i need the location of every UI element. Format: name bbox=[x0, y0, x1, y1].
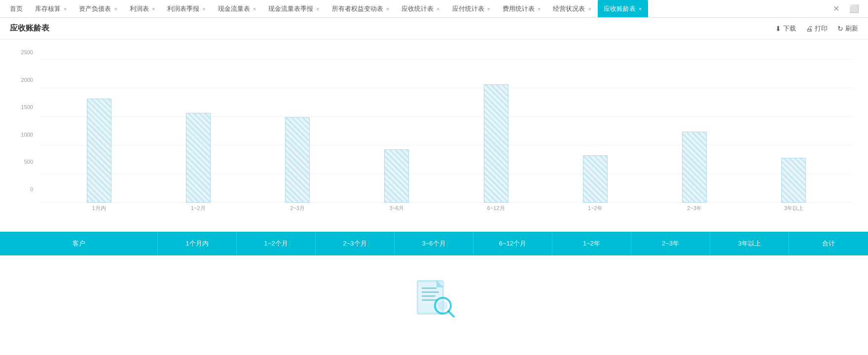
print-icon: 🖨 bbox=[806, 25, 813, 33]
tab-close-receivable-stat[interactable]: × bbox=[436, 6, 439, 12]
tab-item-balance[interactable]: 资产负债表× bbox=[73, 0, 123, 18]
table-header-cell: 客户 bbox=[0, 232, 158, 255]
table-header-cell: 3年以上 bbox=[710, 232, 789, 255]
y-axis-label: 2500 bbox=[21, 49, 33, 55]
refresh-icon: ↻ bbox=[837, 25, 843, 33]
tab-bar: 首页库存核算×资产负债表×利润表×利润表季报×现金流量表×现金流量表季报×所有者… bbox=[0, 0, 868, 18]
y-axis-label: 0 bbox=[30, 186, 33, 192]
y-axis-label: 2000 bbox=[21, 77, 33, 83]
svg-rect-3 bbox=[422, 291, 439, 293]
y-axis-label: 500 bbox=[24, 159, 33, 165]
tab-item-cashflow-quarter[interactable]: 现金流量表季报× bbox=[262, 0, 326, 18]
page-header: 应收账龄表 ⬇ 下载 🖨 打印 ↻ 刷新 bbox=[0, 18, 868, 39]
main-content: 25002000150010005000 1月内1~2月2~3月3~6月6~12… bbox=[0, 39, 868, 355]
download-icon: ⬇ bbox=[775, 25, 781, 33]
refresh-button[interactable]: ↻ 刷新 bbox=[837, 24, 858, 33]
table-header-cell: 3~6个月 bbox=[395, 232, 473, 255]
bar-chart: 25002000150010005000 1月内1~2月2~3月3~6月6~12… bbox=[15, 49, 853, 212]
bar-group bbox=[285, 117, 310, 203]
download-button[interactable]: ⬇ 下载 bbox=[775, 24, 796, 33]
table-header-cell: 2~3个月 bbox=[316, 232, 395, 255]
tab-close-profit-quarter[interactable]: × bbox=[202, 6, 205, 12]
y-axis-label: 1500 bbox=[21, 104, 33, 110]
table-header-cell: 1~2个月 bbox=[237, 232, 316, 255]
svg-point-8 bbox=[438, 301, 448, 311]
tab-close-balance[interactable]: × bbox=[114, 6, 117, 12]
bars-container bbox=[39, 59, 853, 203]
bar-group bbox=[781, 158, 806, 203]
x-axis-label: 1~2年 bbox=[580, 205, 610, 212]
bar bbox=[682, 132, 707, 203]
svg-rect-4 bbox=[422, 295, 435, 297]
bar bbox=[781, 158, 806, 203]
bar-group bbox=[87, 99, 111, 203]
x-axis-label: 1月内 bbox=[84, 205, 114, 212]
tab-item-profit-quarter[interactable]: 利润表季报× bbox=[161, 0, 212, 18]
table-header-cell: 1~2年 bbox=[552, 232, 631, 255]
bar-group bbox=[186, 113, 211, 203]
tab-item-expense-stat[interactable]: 费用统计表× bbox=[497, 0, 547, 18]
table-header-cell: 2~3年 bbox=[631, 232, 710, 255]
chart-x-labels: 1月内1~2月2~3月3~6月6~12月1~2年2~3年3年以上 bbox=[39, 203, 853, 212]
tab-item-receivable-stat[interactable]: 应收统计表× bbox=[396, 0, 446, 18]
tab-close-cashflow[interactable]: × bbox=[253, 6, 256, 12]
tab-close-profit[interactable]: × bbox=[152, 6, 155, 12]
tab-close-ar-aging[interactable]: × bbox=[639, 6, 642, 12]
tab-item-profit[interactable]: 利润表× bbox=[124, 0, 161, 18]
tab-item-payable-stat[interactable]: 应付统计表× bbox=[446, 0, 497, 18]
bar bbox=[484, 84, 508, 203]
tab-close-equity[interactable]: × bbox=[386, 6, 389, 12]
x-axis-label: 2~3月 bbox=[283, 205, 312, 212]
bar bbox=[384, 149, 409, 203]
bar bbox=[285, 117, 310, 203]
chart-grid bbox=[39, 59, 853, 203]
y-axis-label: 1000 bbox=[21, 132, 33, 138]
bar-group bbox=[484, 84, 508, 203]
table-header-cell: 1个月内 bbox=[158, 232, 237, 255]
bar-group bbox=[682, 132, 707, 203]
header-actions: ⬇ 下载 🖨 打印 ↻ 刷新 bbox=[775, 24, 858, 33]
table-header-cell: 6~12个月 bbox=[473, 232, 552, 255]
bar bbox=[186, 113, 211, 203]
tab-item-equity[interactable]: 所有者权益变动表× bbox=[326, 0, 396, 18]
tab-item-cashflow[interactable]: 现金流量表× bbox=[212, 0, 262, 18]
bar-group bbox=[583, 155, 608, 203]
svg-line-9 bbox=[448, 311, 454, 317]
tab-close-inventory[interactable]: × bbox=[64, 6, 67, 12]
svg-rect-5 bbox=[422, 299, 437, 301]
tab-close-payable-stat[interactable]: × bbox=[487, 6, 490, 12]
table-header: 客户1个月内1~2个月2~3个月3~6个月6~12个月1~2年2~3年3年以上合… bbox=[0, 232, 868, 255]
tab-bar-actions: ✕ ⬜ bbox=[830, 3, 864, 14]
empty-icon bbox=[409, 275, 459, 324]
x-axis-label: 1~2月 bbox=[183, 205, 213, 212]
chart-area: 25002000150010005000 1月内1~2月2~3月3~6月6~12… bbox=[0, 39, 868, 232]
tab-item-inventory[interactable]: 库存核算× bbox=[29, 0, 73, 18]
print-button[interactable]: 🖨 打印 bbox=[806, 24, 828, 33]
tab-close-operation[interactable]: × bbox=[588, 6, 591, 12]
maximize-window-icon[interactable]: ⬜ bbox=[846, 3, 862, 14]
chart-inner: 1月内1~2月2~3月3~6月6~12月1~2年2~3年3年以上 bbox=[39, 59, 853, 212]
table-header-cell: 合计 bbox=[789, 232, 868, 255]
svg-rect-2 bbox=[422, 287, 436, 289]
tab-item-operation[interactable]: 经营状况表× bbox=[547, 0, 597, 18]
bar bbox=[87, 99, 111, 203]
bar-group bbox=[384, 149, 409, 203]
tab-item-home[interactable]: 首页 bbox=[4, 0, 29, 18]
tab-close-expense-stat[interactable]: × bbox=[538, 6, 541, 12]
empty-state bbox=[0, 255, 868, 354]
x-axis-label: 2~3年 bbox=[680, 205, 709, 212]
tab-item-ar-aging[interactable]: 应收账龄表× bbox=[598, 0, 648, 18]
page-title: 应收账龄表 bbox=[10, 23, 49, 34]
chart-y-axis: 25002000150010005000 bbox=[15, 49, 37, 192]
close-window-icon[interactable]: ✕ bbox=[830, 3, 842, 14]
tab-close-cashflow-quarter[interactable]: × bbox=[316, 6, 319, 12]
x-axis-label: 3~6月 bbox=[382, 205, 411, 212]
x-axis-label: 6~12月 bbox=[481, 205, 511, 212]
bar bbox=[583, 155, 608, 203]
x-axis-label: 3年以上 bbox=[779, 205, 808, 212]
